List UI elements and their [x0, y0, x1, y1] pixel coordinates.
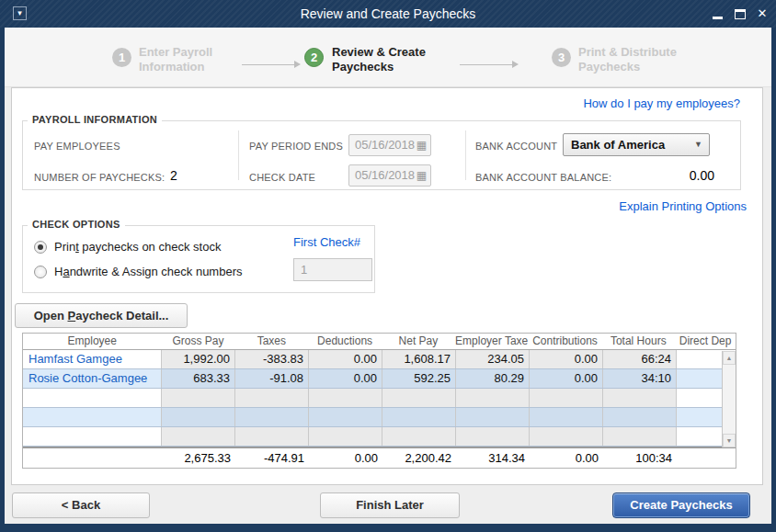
empty-cell[interactable]	[162, 408, 235, 426]
payroll-information-section: PAYROLL INFORMATION PAY EMPLOYEES NUMBER…	[22, 120, 741, 190]
minimize-icon	[713, 17, 723, 19]
step-arrow-1-icon	[242, 64, 295, 65]
totals-taxes: -474.91	[235, 448, 309, 468]
number-of-paychecks-value: 2	[170, 168, 177, 183]
handwrite-label-key: a	[63, 265, 69, 278]
empty-cell[interactable]	[382, 408, 456, 426]
direct-deposit-cell[interactable]	[677, 369, 724, 388]
empty-cell[interactable]	[677, 427, 724, 446]
empty-cell[interactable]	[382, 389, 456, 407]
scroll-up-icon[interactable]: ▲	[723, 351, 736, 365]
check-date-value: 05/16/2018	[355, 168, 415, 182]
finish-later-button[interactable]: Finish Later	[320, 492, 460, 518]
empty-cell[interactable]	[456, 427, 530, 446]
review-create-paychecks-window: ▾ Review and Create Paychecks ✕ 1 Enter …	[0, 0, 776, 532]
handwrite-assign-label[interactable]: Handwrite & Assign check numbers	[54, 265, 243, 278]
employer-taxes-cell[interactable]: 80.29	[456, 369, 530, 388]
deductions-cell[interactable]: 0.00	[309, 350, 382, 368]
empty-cell[interactable]	[309, 389, 382, 407]
table-row-empty[interactable]	[23, 389, 724, 408]
empty-cell[interactable]	[162, 389, 235, 407]
minimize-button[interactable]	[712, 6, 725, 21]
pay-period-ends-field[interactable]: 05/16/2018 ▦	[348, 134, 431, 156]
step-1-label-line1: Enter Payroll	[139, 45, 212, 60]
empty-cell[interactable]	[603, 427, 677, 446]
totals-gross-pay: 2,675.33	[162, 448, 235, 468]
empty-cell[interactable]	[677, 408, 724, 426]
create-paychecks-button[interactable]: Create Paychecks	[612, 492, 750, 518]
net-pay-cell[interactable]: 592.25	[382, 369, 456, 388]
employer-taxes-cell[interactable]: 234.05	[456, 350, 530, 368]
empty-cell[interactable]	[235, 389, 309, 407]
maximize-button[interactable]	[734, 6, 747, 21]
print-paychecks-radio[interactable]	[34, 241, 47, 254]
contributions-cell[interactable]: 0.00	[530, 350, 603, 368]
employee-name-link[interactable]: Hamfast Gamgee	[23, 350, 162, 368]
table-row[interactable]: Hamfast Gamgee 1,992.00 -383.83 0.00 1,6…	[23, 350, 724, 369]
employee-name-cell[interactable]	[23, 427, 162, 446]
employee-name-link[interactable]: Rosie Cotton-Gamgee	[23, 369, 162, 388]
header-gross-pay: Gross Pay	[162, 334, 235, 349]
help-link[interactable]: How do I pay my employees?	[583, 96, 740, 110]
deductions-cell[interactable]: 0.00	[309, 369, 382, 388]
step-3-label: Print & Distribute Paychecks	[578, 45, 677, 74]
empty-cell[interactable]	[235, 427, 309, 446]
explain-printing-options-link[interactable]: Explain Printing Options	[619, 199, 747, 213]
bank-account-label: BANK ACCOUNT	[475, 141, 557, 152]
wizard-steps: 1 Enter Payroll Information 2 Review & C…	[5, 28, 771, 87]
open-paycheck-detail-button[interactable]: Open Paycheck Detail...	[15, 303, 188, 328]
header-taxes: Taxes	[234, 334, 308, 349]
employee-name-cell[interactable]	[23, 389, 162, 407]
table-row-empty[interactable]	[23, 427, 724, 447]
contributions-cell[interactable]: 0.00	[530, 369, 603, 388]
empty-cell[interactable]	[456, 389, 530, 407]
direct-deposit-cell[interactable]	[677, 350, 724, 368]
empty-cell[interactable]	[309, 408, 382, 426]
empty-cell[interactable]	[677, 389, 724, 407]
empty-cell[interactable]	[309, 427, 382, 446]
bank-account-dropdown[interactable]: Bank of America ▼	[563, 133, 710, 156]
close-button[interactable]: ✕	[756, 6, 769, 21]
header-total-hours: Total Hours	[601, 334, 675, 349]
empty-cell[interactable]	[235, 408, 309, 426]
total-hours-cell[interactable]: 66:24	[603, 350, 677, 368]
empty-cell[interactable]	[603, 408, 677, 426]
empty-cell[interactable]	[530, 389, 603, 407]
totals-deductions: 0.00	[309, 448, 382, 468]
empty-cell[interactable]	[162, 427, 235, 446]
scroll-down-icon[interactable]: ▼	[723, 434, 736, 447]
empty-cell[interactable]	[382, 427, 456, 446]
net-pay-cell[interactable]: 1,608.17	[382, 350, 456, 368]
print-paychecks-label[interactable]: Print paychecks on check stock	[54, 240, 221, 254]
table-row[interactable]: Rosie Cotton-Gamgee 683.33 -91.08 0.00 5…	[23, 369, 724, 389]
empty-cell[interactable]	[603, 389, 677, 407]
handwrite-label-pre: H	[54, 265, 63, 278]
step-1-circle: 1	[112, 48, 131, 67]
header-contributions: Contributions	[529, 334, 602, 349]
handwrite-assign-radio[interactable]	[34, 266, 47, 278]
step-arrow-2-icon	[460, 64, 513, 65]
chevron-down-icon: ▼	[694, 134, 702, 155]
taxes-cell[interactable]: -91.08	[235, 369, 309, 388]
calendar-icon[interactable]: ▦	[417, 165, 427, 186]
step-2-circle: 2	[304, 48, 324, 67]
taxes-cell[interactable]: -383.83	[235, 350, 309, 368]
payroll-information-title: PAYROLL INFORMATION	[28, 114, 162, 125]
calendar-icon[interactable]: ▦	[417, 135, 427, 155]
check-date-field[interactable]: 05/16/2018 ▦	[348, 164, 431, 187]
empty-cell[interactable]	[456, 408, 530, 426]
gross-pay-cell[interactable]: 683.33	[162, 369, 235, 388]
step-3-circle: 3	[552, 48, 571, 67]
table-row-empty[interactable]	[23, 408, 724, 427]
first-check-number-input[interactable]: 1	[293, 258, 372, 281]
employee-name-cell[interactable]	[23, 408, 162, 426]
back-button[interactable]: < Back	[12, 492, 150, 518]
step-2-label-line1: Review & Create	[332, 45, 426, 60]
table-scrollbar[interactable]: ▲ ▼	[722, 351, 736, 447]
empty-cell[interactable]	[530, 427, 603, 446]
gross-pay-cell[interactable]: 1,992.00	[162, 350, 235, 368]
check-options-section: CHECK OPTIONS Print paychecks on check s…	[22, 225, 375, 293]
empty-cell[interactable]	[530, 408, 603, 426]
number-of-paychecks-label: NUMBER OF PAYCHECKS:	[34, 172, 165, 183]
total-hours-cell[interactable]: 34:10	[603, 369, 677, 388]
